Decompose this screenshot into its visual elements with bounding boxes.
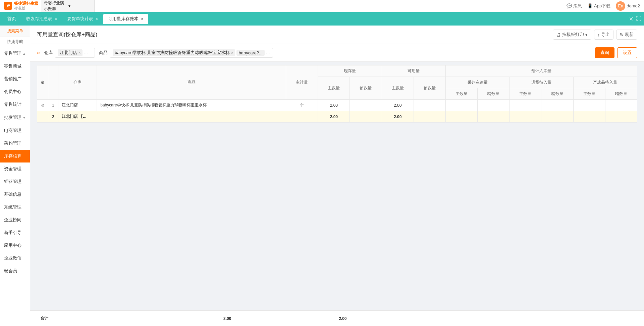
warehouse-tag-value: 江北门店 bbox=[60, 50, 77, 56]
page-actions: 🖨 按模板打印 ▾ ↑ 导出 ↻ 刷新 bbox=[553, 30, 638, 40]
col-inbound-header: 进货待入量 bbox=[509, 77, 573, 88]
sidebar-item-vip[interactable]: 畅会员 bbox=[0, 265, 30, 277]
close-icon[interactable]: × bbox=[96, 17, 98, 21]
message-action[interactable]: 💬 消息 bbox=[567, 3, 582, 9]
footer-product-aux bbox=[601, 314, 637, 323]
sidebar-item-retail-mgmt[interactable]: 零售管理 ▲ bbox=[0, 47, 30, 60]
row-gear[interactable]: ⚙ bbox=[37, 100, 48, 111]
close-icon[interactable]: × bbox=[55, 17, 57, 21]
row-warehouse: 江北门店 bbox=[58, 100, 97, 111]
table-footer: 合计 2.00 2.00 bbox=[30, 310, 644, 326]
top-bar: 好 畅捷通好生意 标准版 母婴行业演示账套 ▾ 💬 消息 📱 App下载 Ea … bbox=[0, 0, 644, 12]
sidebar-item-newguide[interactable]: 新手引导 bbox=[0, 226, 30, 239]
sidebar-item-wxwork[interactable]: 企业微信 bbox=[0, 252, 30, 265]
sidebar-label: 新手引导 bbox=[4, 230, 21, 236]
warehouse-filter-group: 仓库 江北门店 × ··· bbox=[44, 48, 95, 58]
row-product-aux bbox=[605, 100, 637, 111]
goods-tag-2: babycare?... bbox=[236, 50, 265, 56]
goods-filter-input[interactable]: babycare学饮杯 儿童防摔防撞吸管杯重力球吸嘴杯宝宝水杯 × babyca… bbox=[110, 48, 273, 58]
avatar: Ea bbox=[616, 1, 625, 11]
col-avail-header: 可用量 bbox=[382, 65, 445, 77]
sidebar-item-finance[interactable]: 资金管理 bbox=[0, 162, 30, 175]
filter-toggle-button[interactable]: » bbox=[37, 50, 40, 56]
sidebar-item-system[interactable]: 系统管理 bbox=[0, 201, 30, 214]
logo-sub: 标准版 bbox=[14, 6, 38, 11]
col-rownum-header bbox=[48, 65, 58, 100]
tab-receive-summary-label: 收发存汇总表 bbox=[26, 16, 52, 22]
goods-tag-1-value: babycare学饮杯 儿童防摔防撞吸管杯重力球吸嘴杯宝宝水杯 bbox=[115, 50, 230, 56]
print-icon: 🖨 bbox=[556, 32, 561, 37]
message-icon: 💬 bbox=[567, 3, 572, 8]
sidebar-item-ecommerce[interactable]: 电商管理 bbox=[0, 124, 30, 137]
top-bar-right: 💬 消息 📱 App下载 Ea demo2 bbox=[567, 1, 640, 11]
close-icon[interactable]: × bbox=[141, 17, 143, 21]
export-button[interactable]: ↑ 导出 bbox=[594, 30, 614, 40]
close-window-icon[interactable]: ✕ bbox=[629, 16, 633, 22]
subtotal-stock-aux bbox=[350, 111, 382, 123]
refresh-icon: ↻ bbox=[620, 32, 624, 37]
sidebar-search-button[interactable]: 搜索菜单 bbox=[3, 28, 27, 34]
tab-receive-summary[interactable]: 收发存汇总表 × bbox=[21, 14, 62, 24]
app-download-label: App下载 bbox=[594, 3, 610, 9]
user-area[interactable]: Ea demo2 bbox=[616, 1, 640, 11]
maximize-icon[interactable]: ⛶ bbox=[636, 16, 641, 22]
sidebar-quick-nav[interactable]: 快捷导航 bbox=[0, 37, 30, 47]
query-button[interactable]: 查询 bbox=[595, 47, 614, 58]
col-pur-header: 采购在途量 bbox=[445, 77, 509, 88]
sidebar-item-retail-stats[interactable]: 零售统计 bbox=[0, 98, 30, 111]
subtotal-row: 2 江北门店 【... 2.00 2.00 bbox=[37, 111, 637, 123]
footer-unit bbox=[161, 314, 188, 323]
chevron-down-icon: ▾ bbox=[585, 32, 588, 37]
sidebar-item-appstore[interactable]: 应用中心 bbox=[0, 239, 30, 252]
row-stock-main: 2.00 bbox=[318, 100, 350, 111]
nav-tabs: 首页 收发存汇总表 × 要货单统计表 × 可用量库存账本 × ✕ ⛶ bbox=[0, 12, 644, 26]
sidebar-label: 批发管理 bbox=[4, 114, 21, 121]
warehouse-filter-input[interactable]: 江北门店 × ··· bbox=[55, 48, 95, 58]
col-mainunit-header: 主计量 bbox=[286, 65, 318, 100]
footer-product-main bbox=[565, 314, 601, 323]
tab-home[interactable]: 首页 bbox=[3, 14, 21, 24]
goods-tag-1-remove[interactable]: × bbox=[231, 51, 233, 55]
sidebar-item-operations[interactable]: 经营管理 bbox=[0, 175, 30, 188]
sidebar-item-retail-mall[interactable]: 零售商城 bbox=[0, 60, 30, 73]
warehouse-more-icon[interactable]: ··· bbox=[84, 50, 88, 55]
row-unit: 个 bbox=[286, 100, 318, 111]
subtotal-num: 2 bbox=[48, 111, 58, 123]
warehouse-tag-remove[interactable]: × bbox=[78, 51, 80, 55]
gear-icon[interactable]: ⚙ bbox=[41, 80, 45, 85]
sidebar-item-wholesale[interactable]: 批发管理 ▼ bbox=[0, 111, 30, 124]
sidebar-item-member[interactable]: 会员中心 bbox=[0, 85, 30, 98]
footer-avail-main: 2.00 bbox=[303, 314, 382, 323]
col-product-main-header: 主数量 bbox=[573, 88, 605, 100]
tab-order-stats[interactable]: 要货单统计表 × bbox=[62, 14, 103, 24]
content-area: 可用量查询(按仓库+商品) 🖨 按模板打印 ▾ ↑ 导出 ↻ 刷新 » bbox=[30, 26, 644, 326]
refresh-button[interactable]: ↻ 刷新 bbox=[616, 30, 637, 40]
goods-tag-2-value: babycare?... bbox=[238, 50, 263, 55]
warehouse-filter-label: 仓库 bbox=[44, 50, 53, 56]
subtotal-inbound-main bbox=[509, 111, 541, 123]
tab-available-stock[interactable]: 可用量库存账本 × bbox=[103, 14, 148, 24]
app-download-action[interactable]: 📱 App下载 bbox=[587, 3, 610, 9]
store-selector[interactable]: 母婴行业演示账套 ▾ bbox=[41, 0, 95, 13]
filter-area: » 仓库 江北门店 × ··· 商品 babycare学饮杯 儿童防摔防撞吸管杯… bbox=[30, 44, 644, 62]
goods-tag-1: babycare学饮杯 儿童防摔防撞吸管杯重力球吸嘴杯宝宝水杯 × bbox=[113, 49, 235, 56]
sidebar-item-marketing[interactable]: 营销推广 bbox=[0, 73, 30, 85]
goods-more-icon[interactable]: ··· bbox=[266, 50, 270, 55]
col-avail-aux-header: 辅数量 bbox=[414, 77, 445, 100]
sidebar-label: 电商管理 bbox=[4, 128, 21, 134]
sidebar-item-purchase[interactable]: 采购管理 bbox=[0, 137, 30, 150]
sidebar-section-retail: 零售管理 ▲ 零售商城 营销推广 会员中心 零售统计 bbox=[0, 47, 30, 111]
filter-action-buttons: 查询 设置 bbox=[595, 47, 637, 58]
print-button[interactable]: 🖨 按模板打印 ▾ bbox=[553, 30, 591, 40]
sidebar-item-enterprise[interactable]: 企业协同 bbox=[0, 214, 30, 226]
subtotal-stock-main: 2.00 bbox=[318, 111, 350, 123]
tab-order-stats-label: 要货单统计表 bbox=[67, 16, 93, 22]
sidebar-item-basic-info[interactable]: 基础信息 bbox=[0, 188, 30, 201]
sidebar-label: 企业协同 bbox=[4, 217, 21, 223]
data-table: ⚙ 仓库 商品 主计量 现存量 可用量 预计入库量 主数量 辅数量 主数量 bbox=[37, 65, 637, 123]
settings-button[interactable]: 设置 bbox=[617, 47, 637, 58]
col-goods-header: 商品 bbox=[97, 65, 286, 100]
col-stock-main-header: 主数量 bbox=[318, 77, 350, 100]
row-pur-main bbox=[445, 100, 477, 111]
sidebar-item-stock[interactable]: 库存核算 bbox=[0, 150, 30, 162]
